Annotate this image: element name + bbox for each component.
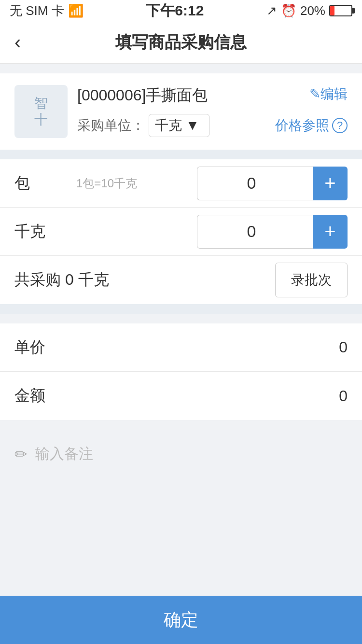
main-content: 智 十 [0000006]手撕面包 ✎编辑 采购单位： 千克 ▼ 价格参照 <box>0 73 362 536</box>
summary-value: 0 <box>65 271 78 288</box>
dropdown-icon: ▼ <box>186 118 199 133</box>
section-divider-1 <box>0 150 362 159</box>
status-right: ↗ ⏰ 20% <box>266 3 352 18</box>
unit-prefix: 采购单位： <box>77 116 145 135</box>
product-image: 智 十 <box>14 85 68 138</box>
price-ref-help-icon: ? <box>332 118 348 133</box>
amount-label: 金额 <box>14 385 45 406</box>
total-amount-row: 金额 0 <box>0 372 362 420</box>
status-time: 下午6:12 <box>146 1 204 21</box>
unit-select[interactable]: 千克 ▼ <box>149 114 209 137</box>
nav-bar: ‹ 填写商品采购信息 <box>0 21 362 64</box>
wifi-icon: 📶 <box>68 3 84 18</box>
location-icon: ↗ <box>266 3 277 18</box>
kg-controls: + <box>72 215 348 249</box>
bao-controls: + <box>137 167 348 200</box>
unit-label: 采购单位： 千克 ▼ <box>77 114 209 137</box>
battery-percent: 20% <box>300 3 325 18</box>
product-header: [0000006]手撕面包 ✎编辑 <box>77 85 348 106</box>
kg-label: 千克 <box>14 221 72 242</box>
bao-input-row: 包 1包=10千克 + <box>0 159 362 208</box>
status-bar: 无 SIM 卡 📶 下午6:12 ↗ ⏰ 20% <box>0 0 362 21</box>
status-left: 无 SIM 卡 📶 <box>10 2 84 19</box>
bao-label: 包 <box>14 173 72 194</box>
bao-plus-button[interactable]: + <box>313 167 348 200</box>
unit-value: 千克 <box>155 116 182 135</box>
logo-line1: 智 <box>34 95 48 112</box>
summary-prefix: 共采购 <box>14 271 61 288</box>
batch-button[interactable]: 录批次 <box>275 263 348 297</box>
quantity-input-section: 包 1包=10千克 + 千克 + <box>0 159 362 256</box>
back-button[interactable]: ‹ <box>14 31 21 53</box>
alarm-icon: ⏰ <box>281 3 296 18</box>
summary-text: 共采购 0 千克 <box>14 269 109 291</box>
note-icon: ✏ <box>14 445 28 463</box>
kg-input[interactable] <box>197 215 313 249</box>
sim-label: 无 SIM 卡 <box>10 2 64 19</box>
price-ref-button[interactable]: 价格参照 ? <box>275 116 348 135</box>
amount-value: 0 <box>339 387 348 405</box>
logo-line2: 十 <box>34 112 48 128</box>
note-placeholder: 输入备注 <box>35 444 93 464</box>
edit-button[interactable]: ✎编辑 <box>309 85 348 103</box>
product-unit-row: 采购单位： 千克 ▼ 价格参照 ? <box>77 114 348 137</box>
unit-price-label: 单价 <box>14 337 45 358</box>
summary-row: 共采购 0 千克 录批次 <box>0 256 362 304</box>
product-logo: 智 十 <box>34 95 48 127</box>
section-divider-2 <box>0 304 362 314</box>
product-name: [0000006]手撕面包 <box>77 85 208 106</box>
battery-icon <box>329 5 352 16</box>
product-card: 智 十 [0000006]手撕面包 ✎编辑 采购单位： 千克 ▼ 价格参照 <box>0 73 362 150</box>
nav-title: 填写商品采购信息 <box>115 31 247 54</box>
note-section[interactable]: ✏ 输入备注 <box>0 430 362 478</box>
bao-input[interactable] <box>197 167 313 200</box>
price-ref-label: 价格参照 <box>275 116 329 135</box>
product-info: [0000006]手撕面包 ✎编辑 采购单位： 千克 ▼ 价格参照 ? <box>77 85 348 137</box>
kg-plus-button[interactable]: + <box>313 215 348 249</box>
summary-unit: 千克 <box>78 271 109 288</box>
bao-sublabel: 1包=10千克 <box>76 176 137 191</box>
confirm-button[interactable]: 确定 <box>0 596 362 644</box>
price-section: 单价 0 金额 0 <box>0 323 362 420</box>
kg-input-row: 千克 + <box>0 208 362 256</box>
unit-price-row: 单价 0 <box>0 323 362 372</box>
unit-price-value: 0 <box>339 338 348 356</box>
